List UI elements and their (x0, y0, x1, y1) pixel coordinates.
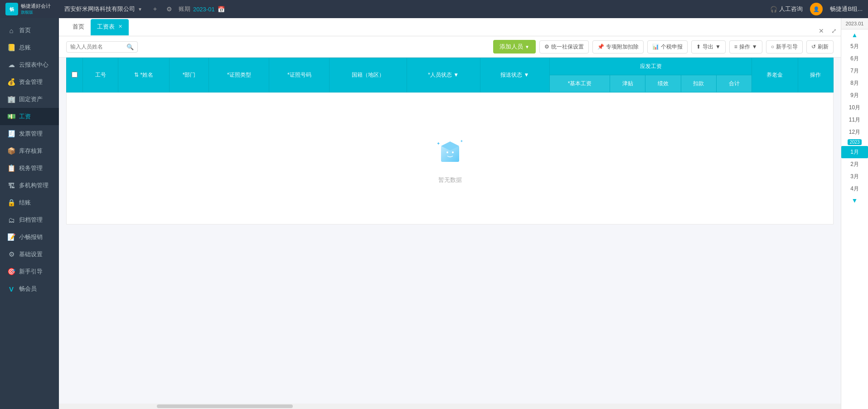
operate-arrow-icon: ▼ (752, 44, 757, 50)
add-company-btn[interactable]: ＋ (150, 4, 160, 15)
tax-report-icon: 📊 (652, 44, 659, 50)
th-status: *人员状态 ▼ (407, 58, 480, 93)
sidebar-item-ledger[interactable]: 📒 总账 (0, 39, 59, 56)
date-item-12[interactable]: 12月 (841, 126, 868, 138)
date-item-9[interactable]: 9月 (841, 89, 868, 102)
th-id-no: *证照号码 (269, 58, 330, 93)
tab-home[interactable]: 首页 (66, 19, 91, 35)
th-report-status: 报送状态 ▼ (480, 58, 549, 93)
date-item-6[interactable]: 6月 (841, 53, 868, 65)
date-item-5[interactable]: 5月 (841, 40, 868, 53)
date-item-2[interactable]: 2月 (841, 158, 868, 170)
special-deduct-btn[interactable]: 📌 专项附加扣除 (592, 40, 644, 54)
date-item-7[interactable]: 7月 (841, 65, 868, 77)
inventory-icon: 📦 (7, 147, 15, 155)
logo-icon: 畅 (5, 3, 18, 15)
sidebar-item-multi[interactable]: 🏗 多机构管理 (0, 177, 59, 194)
sidebar-item-funds[interactable]: 💰 资金管理 (0, 73, 59, 91)
sidebar-item-guide[interactable]: 🎯 新手引导 (0, 263, 59, 280)
calendar-icon[interactable]: 📅 (218, 6, 225, 13)
th-country: 国籍（地区） (330, 58, 407, 93)
th-checkbox[interactable] (67, 58, 83, 93)
logo-text: 畅捷通好会计 旗舰版 (21, 3, 51, 15)
sidebar-item-salary[interactable]: 💵 工资 (0, 108, 59, 125)
operate-btn[interactable]: ≡ 操作 ▼ (729, 40, 762, 54)
date-item-1[interactable]: 1月 (841, 146, 868, 158)
empty-illustration: ✦ ✦ (432, 132, 468, 169)
top-header: 畅 畅捷通好会计 旗舰版 西安虾米网络科技有限公司 ▼ ＋ ⚙ 账期 2023-… (0, 0, 868, 18)
newbie-icon: ○ (771, 44, 774, 50)
social-label: 统一社保设置 (551, 43, 584, 51)
sidebar-label-invoice: 发票管理 (19, 130, 43, 138)
archive-icon: 🗂 (7, 216, 15, 224)
assets-icon: 🏢 (7, 95, 15, 103)
sidebar-label-cloud: 云报表中心 (19, 61, 48, 69)
social-settings-btn[interactable]: ⚙ 统一社保设置 (539, 40, 589, 54)
deduct-label: 专项附加扣除 (606, 43, 639, 51)
sidebar-item-invoice[interactable]: 🧾 发票管理 (0, 125, 59, 142)
ledger-icon: 📒 (7, 44, 15, 52)
tab-salary[interactable]: 工资表 ✕ (91, 19, 129, 35)
sidebar-label-multi: 多机构管理 (19, 181, 48, 190)
th-number: 工号 (83, 58, 118, 93)
sidebar-item-settings[interactable]: ⚙ 基础设置 (0, 246, 59, 263)
header-right: 🎧 人工咨询 👤 畅捷通B组... (770, 3, 863, 15)
sidebar-item-member[interactable]: V 畅会员 (0, 280, 59, 297)
sidebar-item-archive[interactable]: 🗂 归档管理 (0, 211, 59, 229)
sidebar-label-funds: 资金管理 (19, 78, 43, 86)
company-arrow-icon: ▼ (138, 7, 142, 12)
window-expand-btn[interactable]: ⤢ (829, 26, 839, 35)
date-item-3[interactable]: 3月 (841, 170, 868, 183)
empty-state-cell: ✦ ✦ 暂无数据 (67, 93, 834, 224)
date-nav-down[interactable]: ▼ (841, 195, 868, 206)
export-icon: ⬆ (696, 44, 701, 50)
th-action: 操作 (798, 58, 833, 93)
sidebar-item-close[interactable]: 🔒 结账 (0, 194, 59, 211)
report-filter-icon[interactable]: ▼ (524, 72, 529, 78)
service-btn[interactable]: 🎧 人工咨询 (770, 5, 803, 13)
date-sidebar: 2023.01 ▲ 5月 6月 7月 8月 9月 10月 11月 12月 202… (841, 18, 868, 409)
select-all-checkbox[interactable] (72, 72, 78, 78)
add-person-label: 添加人员 (499, 43, 523, 51)
th-deduction: 扣款 (681, 75, 716, 93)
sidebar-item-home[interactable]: ⌂ 首页 (0, 22, 59, 39)
period-value: 2023-01 (193, 6, 215, 13)
date-item-4[interactable]: 4月 (841, 183, 868, 195)
th-base-salary: *基本工资 (549, 75, 610, 93)
date-item-10[interactable]: 10月 (841, 102, 868, 114)
search-input[interactable] (70, 44, 125, 50)
settings-btn[interactable]: ⚙ (164, 4, 175, 15)
export-btn[interactable]: ⬆ 导出 ▼ (691, 40, 726, 54)
date-nav-up[interactable]: ▲ (841, 29, 868, 40)
status-filter-icon[interactable]: ▼ (453, 72, 459, 78)
newbie-guide-btn[interactable]: ○ 新手引导 (766, 40, 803, 54)
close-icon: 🔒 (7, 199, 15, 207)
th-dept: *部门 (170, 58, 209, 93)
tab-salary-close[interactable]: ✕ (118, 24, 122, 29)
svg-point-4 (446, 151, 448, 153)
company-selector[interactable]: 西安虾米网络科技有限公司 ▼ (64, 5, 142, 13)
main-container: ⌂ 首页 📒 总账 ☁ 云报表中心 💰 资金管理 🏢 固定资产 💵 工资 🧾 发… (0, 18, 868, 409)
th-id-type: *证照类型 (209, 58, 269, 93)
sidebar-item-assets[interactable]: 🏢 固定资产 (0, 91, 59, 108)
user-avatar[interactable]: 👤 (810, 3, 823, 15)
horizontal-scrollbar[interactable] (157, 404, 293, 408)
export-arrow-icon: ▼ (715, 44, 721, 50)
add-person-btn[interactable]: 添加人员 ▼ (493, 40, 536, 54)
tax-report-btn[interactable]: 📊 个税申报 (647, 40, 688, 54)
sidebar-item-expense[interactable]: 📝 小畅报销 (0, 229, 59, 246)
date-item-8[interactable]: 8月 (841, 77, 868, 89)
refresh-icon: ↺ (811, 44, 816, 50)
period-label: 账期 (179, 5, 190, 13)
toolbar: 🔍 添加人员 ▼ ⚙ 统一社保设置 📌 专项附加扣除 📊 个税申报 ⬆ 导 (59, 36, 841, 58)
empty-state: ✦ ✦ 暂无数据 (70, 96, 829, 220)
sidebar-item-inventory[interactable]: 📦 库存核算 (0, 142, 59, 160)
window-controls: ✕ ⤢ (817, 26, 839, 35)
window-close-btn[interactable]: ✕ (817, 26, 826, 35)
expense-icon: 📝 (7, 233, 15, 241)
header-actions: ＋ ⚙ (150, 4, 175, 15)
date-item-11[interactable]: 11月 (841, 114, 868, 126)
refresh-btn[interactable]: ↺ 刷新 (806, 40, 834, 54)
sidebar-item-cloud[interactable]: ☁ 云报表中心 (0, 56, 59, 73)
sidebar-item-tax[interactable]: 📋 税务管理 (0, 160, 59, 177)
